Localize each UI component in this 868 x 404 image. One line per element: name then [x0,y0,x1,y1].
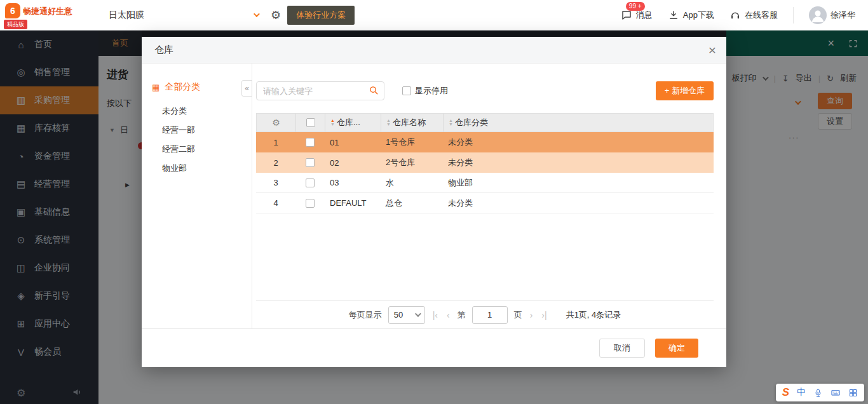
first-page-icon[interactable]: |‹ [431,310,439,320]
table-row[interactable]: 3 03 水 物业部 [256,173,714,193]
company-select-value: 日太阳膜 [109,10,144,21]
show-disabled-label: 显示停用 [415,85,448,97]
row-checkbox[interactable] [306,138,315,147]
headset-icon [729,10,741,21]
per-page-label: 每页显示 [349,309,382,321]
page-suffix-label: 页 [514,309,522,321]
cell-warehouse-code: 03 [325,178,381,187]
cell-warehouse-category: 未分类 [443,198,714,209]
company-select[interactable]: 日太阳膜 [109,10,258,21]
gear-icon[interactable]: ⚙ [271,8,281,22]
brand-area: 6 畅捷通好生意 精品版 [0,0,98,30]
messages-item[interactable]: 99 + 消息 [621,10,653,21]
row-number: 3 [256,178,295,187]
select-all-checkbox[interactable] [306,118,315,127]
table-row[interactable]: 2 02 2号仓库 未分类 [256,152,714,173]
header-warehouse-code[interactable]: ▲▼ 仓库... [325,114,381,131]
search-box [256,81,384,100]
experience-plan-button[interactable]: 体验行业方案 [287,6,355,25]
row-checkbox-cell [295,158,325,167]
all-categories-item[interactable]: ▦ 全部分类 [142,81,252,93]
row-checkbox-cell [295,178,325,187]
chevron-down-icon [415,311,421,317]
column-settings-cell[interactable]: ⚙ [257,114,296,131]
sort-arrows-icon: ▲▼ [449,119,453,126]
search-input[interactable] [256,81,384,100]
all-categories-label: 全部分类 [165,81,200,93]
header-warehouse-name[interactable]: ▲▼ 仓库名称 [381,114,444,131]
row-number: 4 [256,198,295,208]
online-service-item[interactable]: 在线客服 [729,10,778,21]
show-disabled-toggle[interactable]: 显示停用 [402,85,448,97]
sogou-logo-icon[interactable]: S [782,386,789,399]
modal-close-icon[interactable]: × [709,43,716,57]
select-all-cell[interactable] [296,114,325,131]
sort-arrows-icon: ▲▼ [330,119,335,126]
header-warehouse-category[interactable]: ▲▼ 仓库分类 [444,114,713,131]
cell-warehouse-name: 总仓 [381,198,443,209]
category-item-uncategorized[interactable]: 未分类 [142,102,252,121]
cell-warehouse-code: 02 [325,158,381,168]
user-account-item[interactable]: 徐泽华 [809,6,855,24]
modal-body: ▦ 全部分类 « 未分类 经营一部 经营二部 物业部 [142,64,726,328]
brand-title: 畅捷通好生意 [23,6,72,17]
row-checkbox[interactable] [306,199,315,208]
table-row[interactable]: 4 DEFAULT 总仓 未分类 [256,193,714,213]
category-panel: ▦ 全部分类 « 未分类 经营一部 经营二部 物业部 [142,64,252,328]
chevron-down-icon [254,11,260,17]
confirm-button[interactable]: 确定 [655,339,698,358]
modal-title: 仓库 [154,44,173,56]
pagination-summary: 共1页, 4条记录 [566,309,621,321]
app-download-label: App下载 [683,10,714,21]
row-number: 1 [256,138,295,147]
brand-edition-badge: 精品版 [4,20,27,29]
header-label: 仓库名称 [393,117,426,128]
header-label: 仓库... [337,117,360,128]
row-checkbox-cell [295,199,325,208]
last-page-icon[interactable]: ›| [540,310,548,320]
category-list: 未分类 经营一部 经营二部 物业部 [142,102,252,178]
header-label: 仓库分类 [455,117,488,128]
column-gear-icon: ⚙ [272,118,280,128]
category-item-property[interactable]: 物业部 [142,159,252,178]
category-item-dept2[interactable]: 经营二部 [142,140,252,159]
topbar-right: 99 + 消息 App下载 在线客服 徐泽华 [621,6,868,24]
row-number: 2 [256,158,295,168]
cell-warehouse-code: 01 [325,138,381,147]
app-download-item[interactable]: App下载 [668,10,714,21]
cell-warehouse-category: 物业部 [443,177,714,189]
modal-header: 仓库 × [142,37,726,64]
page-prefix-label: 第 [458,309,466,321]
per-page-select[interactable]: 50 [388,306,425,324]
username: 徐泽华 [831,10,855,21]
cell-warehouse-category: 未分类 [443,137,714,148]
table-header-row: ⚙ ▲▼ 仓库... ▲▼ 仓库名称 ▲▼ 仓库分类 [256,113,714,132]
panel-collapse-button[interactable]: « [241,80,252,97]
microphone-icon[interactable] [813,388,823,398]
search-icon[interactable] [369,85,379,96]
cell-warehouse-name: 水 [381,177,443,189]
row-checkbox[interactable] [306,178,315,187]
show-disabled-checkbox[interactable] [402,86,411,95]
ime-language-toggle[interactable]: 中 [797,387,806,398]
warehouse-modal: 仓库 × ▦ 全部分类 « 未分类 经营一部 经营二部 物业部 [142,37,726,367]
cancel-button[interactable]: 取消 [599,339,645,358]
ime-toolbar: S 中 [776,384,864,401]
warehouse-list-panel: 显示停用 + 新增仓库 ⚙ ▲▼ 仓库... ▲▼ [252,64,726,328]
add-warehouse-button[interactable]: + 新增仓库 [656,81,714,100]
next-page-icon[interactable]: › [529,310,534,320]
topbar-divider [793,7,794,24]
prev-page-icon[interactable]: ‹ [445,310,451,320]
row-checkbox[interactable] [306,158,315,167]
cell-warehouse-name: 1号仓库 [381,137,443,148]
table-row[interactable]: 1 01 1号仓库 未分类 [256,132,714,152]
message-bubble-icon [621,10,632,21]
cell-warehouse-name: 2号仓库 [381,157,443,168]
grid-menu-icon[interactable] [848,388,858,398]
page-number-input[interactable] [472,306,508,324]
keyboard-icon[interactable] [831,387,841,398]
topbar: 6 畅捷通好生意 精品版 日太阳膜 ⚙ 体验行业方案 99 + 消息 App下载… [0,0,868,30]
category-item-dept1[interactable]: 经营一部 [142,121,252,140]
brand-logo-icon: 6 [5,3,20,18]
table-empty-space [256,213,714,300]
